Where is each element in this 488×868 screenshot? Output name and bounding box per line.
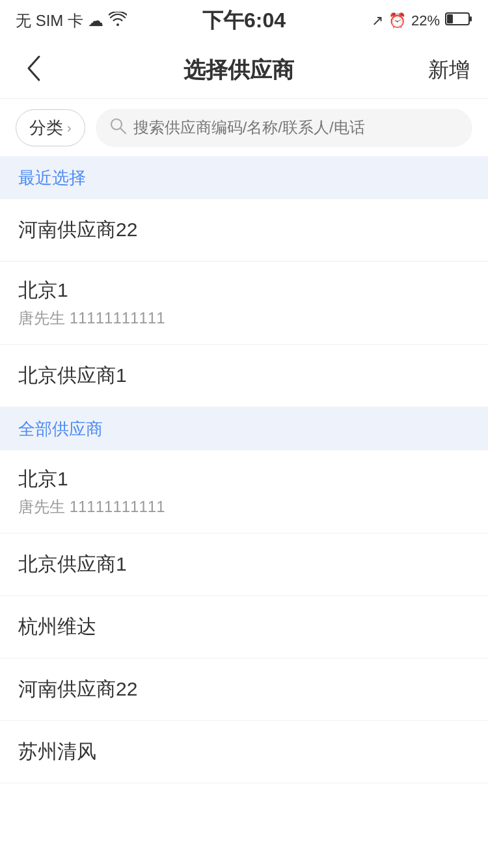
svg-rect-1	[447, 14, 453, 23]
all-list-item[interactable]: 苏州清风	[0, 721, 488, 783]
recent-list: 河南供应商22北京1唐先生 11111111111北京供应商1	[0, 199, 488, 407]
item-name: 河南供应商22	[18, 217, 470, 243]
all-list-item[interactable]: 杭州维达	[0, 596, 488, 658]
item-name: 北京供应商1	[18, 551, 470, 578]
status-right: ↗ ⏰ 22%	[372, 12, 472, 30]
item-sub: 唐先生 11111111111	[18, 308, 470, 329]
item-name: 北京1	[18, 466, 470, 493]
svg-rect-2	[470, 16, 472, 21]
all-list: 北京1唐先生 11111111111北京供应商1杭州维达河南供应商22苏州清风	[0, 450, 488, 783]
item-name: 杭州维达	[18, 614, 470, 640]
category-label: 分类	[29, 116, 63, 139]
alarm-icon: ⏰	[388, 12, 406, 29]
category-button[interactable]: 分类 ›	[16, 109, 85, 146]
battery-icon	[445, 12, 472, 30]
item-name: 河南供应商22	[18, 676, 470, 703]
status-bar: 无 SIM 卡 ☁ 下午6:04 ↗ ⏰ 22%	[0, 0, 488, 42]
item-name: 苏州清风	[18, 739, 470, 765]
recent-list-item[interactable]: 北京供应商1	[0, 345, 488, 407]
recent-list-item[interactable]: 河南供应商22	[0, 199, 488, 262]
status-time: 下午6:04	[202, 7, 286, 35]
recent-section-header: 最近选择	[0, 156, 488, 199]
recent-list-item[interactable]: 北京1唐先生 11111111111	[0, 262, 488, 345]
add-button[interactable]: 新增	[428, 56, 470, 85]
status-left: 无 SIM 卡 ☁	[16, 10, 127, 31]
page-title: 选择供应商	[183, 55, 294, 85]
item-name: 北京1	[18, 277, 470, 304]
no-sim-label: 无 SIM 卡 ☁	[16, 10, 103, 31]
battery-label: 22%	[411, 12, 440, 29]
svg-point-3	[111, 119, 122, 129]
all-section-label: 全部供应商	[18, 418, 103, 441]
search-icon	[109, 116, 127, 139]
all-section-header: 全部供应商	[0, 407, 488, 450]
recent-section-label: 最近选择	[18, 167, 86, 189]
back-button[interactable]	[18, 46, 49, 94]
svg-line-4	[120, 128, 126, 133]
nav-bar: 选择供应商 新增	[0, 42, 488, 99]
search-box	[96, 109, 472, 147]
item-name: 北京供应商1	[18, 362, 470, 389]
all-list-item[interactable]: 河南供应商22	[0, 658, 488, 721]
all-list-item[interactable]: 北京1唐先生 11111111111	[0, 450, 488, 534]
filter-bar: 分类 ›	[0, 99, 488, 156]
location-icon: ↗	[372, 12, 383, 29]
chevron-right-icon: ›	[67, 120, 72, 135]
wifi-icon	[109, 12, 127, 30]
item-sub: 唐先生 11111111111	[18, 496, 470, 517]
search-input[interactable]	[133, 118, 459, 137]
all-list-item[interactable]: 北京供应商1	[0, 534, 488, 596]
